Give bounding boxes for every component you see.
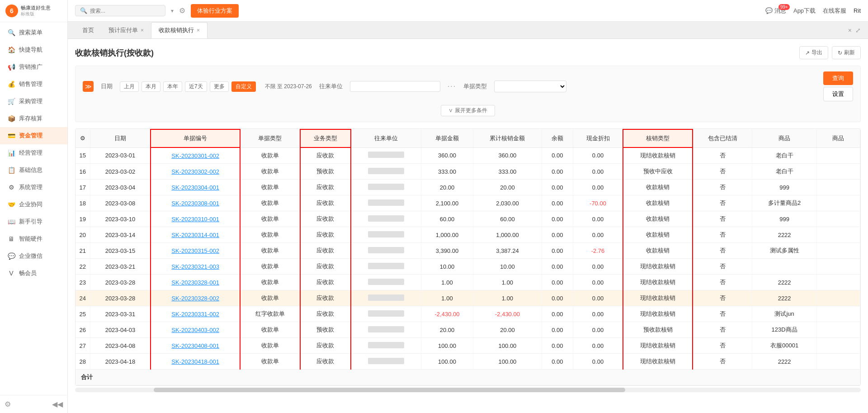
tab-maximize-icon[interactable]: ⤢: [855, 27, 861, 34]
tab-close-all-icon[interactable]: ×: [848, 27, 852, 34]
tab-pre-payment-close-icon[interactable]: ×: [141, 27, 144, 33]
cell-balance: 0.00: [542, 243, 573, 259]
sidebar-item-corp[interactable]: 🤝企业协同: [0, 196, 67, 213]
date-more-btn[interactable]: 更多: [210, 81, 229, 92]
doc-no-link[interactable]: SK-20230314-001: [171, 232, 219, 238]
app-download-link[interactable]: App下载: [793, 7, 816, 15]
date-this-month-btn[interactable]: 本月: [142, 81, 160, 92]
col-settings-icon[interactable]: ⚙: [75, 129, 90, 147]
sidebar-item-sales[interactable]: 💰销售管理: [0, 76, 67, 93]
table-scrollbar-thumb[interactable]: [154, 388, 625, 392]
settings-filter-button[interactable]: 设置: [823, 87, 853, 101]
col-doc-no: 单据编号: [151, 129, 240, 147]
search-input[interactable]: [90, 8, 153, 14]
cell-included: 否: [693, 290, 752, 306]
cell-verify-type: 现结收款核销: [623, 338, 693, 354]
sidebar-item-wechat[interactable]: 💬企业微信: [0, 247, 67, 265]
partner-input[interactable]: [350, 81, 440, 92]
col-biz-type: 业务类型: [300, 129, 351, 147]
cell-doc-no: SK-20230302-002: [151, 164, 240, 180]
sidebar-item-system[interactable]: ⚙系统管理: [0, 179, 67, 196]
solution-button[interactable]: 体验行业方案: [191, 4, 239, 18]
table-header-row: ⚙ 日期 单据编号 单据类型 业务类型 往来单位 单据金额 累计核销金额 余额 …: [75, 129, 860, 147]
online-service-link[interactable]: 在线客服: [823, 7, 846, 15]
message-area[interactable]: 💬 消息 99+: [765, 7, 786, 15]
cell-biz-type: 应收款: [300, 147, 351, 164]
sidebar-item-hardware[interactable]: 🖥智能硬件: [0, 230, 67, 247]
sidebar-item-corp-label: 企业协同: [19, 200, 42, 209]
expand-more-button[interactable]: ∨ 展开更多条件: [441, 105, 495, 116]
filter-dots: ···: [448, 82, 456, 90]
cell-doc-no: SK-20230315-002: [151, 243, 240, 259]
date-custom-btn[interactable]: 自定义: [231, 81, 256, 92]
sidebar-item-inventory[interactable]: 📦库存核算: [0, 110, 67, 127]
doc-no-link[interactable]: SK-20230302-002: [171, 168, 219, 175]
search-box[interactable]: 🔍: [75, 5, 165, 16]
sidebar-item-finance[interactable]: 💳资金管理: [0, 127, 67, 144]
filter-expand-button[interactable]: ≫: [83, 81, 94, 92]
doc-no-link[interactable]: SK-20230321-003: [171, 263, 219, 270]
doc-type-select[interactable]: [494, 81, 566, 92]
table-scrollbar[interactable]: [75, 388, 861, 392]
refresh-button[interactable]: ↻ 刷新: [832, 46, 861, 59]
cell-product2: [816, 227, 860, 243]
date-last-month-btn[interactable]: 上月: [120, 81, 139, 92]
gear-icon[interactable]: ⚙: [179, 6, 185, 15]
doc-no-link[interactable]: SK-20230408-001: [171, 342, 219, 349]
tab-collection-exec[interactable]: 收款核销执行 ×: [151, 22, 208, 38]
tabs-actions: × ⤢: [848, 27, 861, 34]
sidebar-item-guide[interactable]: 📖新手引导: [0, 213, 67, 230]
date-7days-btn[interactable]: 近7天: [185, 81, 207, 92]
sidebar-item-member[interactable]: V畅会员: [0, 265, 67, 282]
export-icon: ↗: [805, 50, 810, 56]
sidebar-item-quick[interactable]: 🏠快捷导航: [0, 41, 67, 58]
sidebar-item-operation[interactable]: 📊经营管理: [0, 144, 67, 161]
sidebar-purchase-icon: 🛒: [7, 98, 15, 105]
doc-no-link[interactable]: SK-20230418-001: [171, 358, 219, 365]
sidebar-item-purchase[interactable]: 🛒采购管理: [0, 93, 67, 110]
sidebar-item-operation-label: 经营管理: [19, 149, 42, 157]
tab-home[interactable]: 首页: [75, 23, 101, 38]
table-row: 23 2023-03-28 SK-20230328-001 收款单 应收款 1.…: [75, 275, 860, 290]
doc-no-link[interactable]: SK-20230310-001: [171, 216, 219, 223]
tab-pre-payment[interactable]: 预计应付单 ×: [101, 23, 151, 38]
cell-included: 否: [693, 227, 752, 243]
doc-no-link[interactable]: SK-20230301-002: [171, 152, 219, 159]
sidebar-item-quick-label: 快捷导航: [19, 46, 42, 54]
sidebar-item-search[interactable]: 🔍搜索菜单: [0, 24, 67, 41]
doc-no-link[interactable]: SK-20230328-002: [171, 295, 219, 302]
date-filter-label: 日期: [101, 82, 113, 90]
dropdown-chevron-icon[interactable]: ▾: [171, 8, 174, 14]
cell-doc-no: SK-20230314-001: [151, 227, 240, 243]
cell-cash-discount: 0.00: [573, 322, 623, 338]
cell-doc-type: 收款单: [240, 338, 300, 354]
doc-no-link[interactable]: SK-20230304-001: [171, 184, 219, 191]
cell-balance: 0.00: [542, 227, 573, 243]
cell-doc-type: 收款单: [240, 322, 300, 338]
cell-verify-type: 现结收款核销: [623, 147, 693, 164]
doc-no-link[interactable]: SK-20230315-002: [171, 247, 219, 254]
cell-doc-no: SK-20230301-002: [151, 147, 240, 164]
cell-amount: 10.00: [421, 259, 473, 275]
cell-doc-type: 收款单: [240, 211, 300, 227]
sidebar-item-basics[interactable]: 📋基础信息: [0, 161, 67, 179]
doc-no-link[interactable]: SK-20230308-001: [171, 200, 219, 207]
tab-collection-exec-close-icon[interactable]: ×: [197, 27, 200, 33]
cell-date: 2023-03-15: [90, 243, 151, 259]
cell-amount: 1.00: [421, 290, 473, 306]
cell-amount: -2,430.00: [421, 306, 473, 322]
settings-icon[interactable]: ⚙: [5, 400, 11, 408]
date-options: 上月 本月 本年 近7天 更多 自定义: [120, 81, 256, 92]
collapse-icon[interactable]: ◀◀: [52, 400, 63, 408]
query-button[interactable]: 查询: [823, 71, 853, 85]
doc-no-link[interactable]: SK-20230403-002: [171, 327, 219, 333]
cell-accum-amount: 60.00: [473, 211, 542, 227]
cell-product1: 2222: [752, 275, 817, 290]
export-button[interactable]: ↗ 导出: [799, 46, 828, 59]
doc-no-link[interactable]: SK-20230331-002: [171, 311, 219, 318]
date-this-year-btn[interactable]: 本年: [163, 81, 182, 92]
cell-balance: 0.00: [542, 180, 573, 195]
app-version: 标推版: [21, 11, 51, 17]
sidebar-item-marketing[interactable]: 📢营销推广: [0, 58, 67, 76]
doc-no-link[interactable]: SK-20230328-001: [171, 279, 219, 286]
